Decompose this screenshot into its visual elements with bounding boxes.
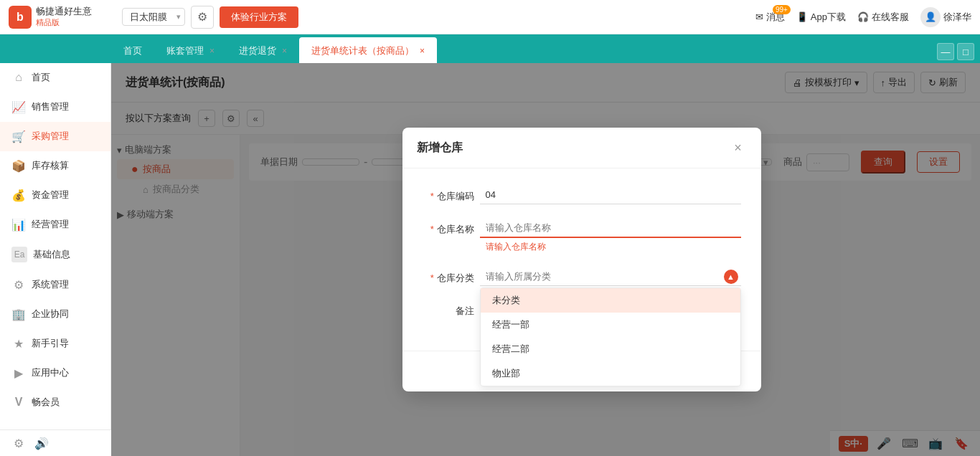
online-service-button[interactable]: 🎧 在线客服 [857,11,909,24]
sidebar-base-label: 基础信息 [33,248,70,261]
form-item-name: * 仓库名称 请输入仓库名称 [423,219,741,253]
dropdown-item-1[interactable]: 经营一部 [481,313,740,337]
sidebar-item-operation[interactable]: 📊 经营管理 [0,210,110,239]
sidebar-finance-label: 资金管理 [32,189,69,201]
sidebar-inventory-label: 库存核算 [32,159,69,172]
finance-icon: 💰 [11,188,26,202]
sidebar: ⌂ 首页 📈 销售管理 🛒 采购管理 📦 库存核算 💰 资金管理 📊 经营管理 … [0,63,111,456]
dropdown-item-3[interactable]: 物业部 [481,361,740,386]
category-label: * 仓库分类 [423,267,480,285]
content-area: 进货单统计(按商品) 🖨 按模板打印 ▾ ↑ 导出 ↻ 刷新 按以下方案查询 [111,63,980,456]
purchase-icon: 🛒 [11,129,26,143]
avatar: 👤 [920,7,941,27]
home-icon: ⌂ [11,70,26,85]
settings-gear-button[interactable]: ⚙ [191,6,214,29]
tab-account[interactable]: 账套管理 × [154,37,227,63]
sidebar-enterprise-label: 企业协同 [32,308,69,320]
user-profile-button[interactable]: 👤 徐泽华 [920,7,971,27]
sidebar-item-enterprise[interactable]: 🏢 企业协同 [0,300,110,329]
tab-purchase-return-label: 进货退货 [239,44,276,57]
sidebar-footer: ⚙ 🔊 [0,429,111,456]
header-right: ✉ 消息 99+ 📱 App下载 🎧 在线客服 👤 徐泽华 [755,7,971,27]
tab-controls: — □ [931,43,980,63]
tab-purchase-return-close[interactable]: × [282,46,287,56]
apps-icon: ▶ [11,366,26,380]
category-dropdown: 未分类 经营一部 经营二部 物业部 [480,288,741,386]
modal-body: * 仓库编码 * 仓库名称 请输入仓库名称 [402,168,761,351]
sidebar-apps-label: 应用中心 [32,366,69,379]
sidebar-item-purchase[interactable]: 🛒 采购管理 [0,122,110,151]
sidebar-item-vip[interactable]: V 畅会员 [0,388,110,417]
main-layout: ⌂ 首页 📈 销售管理 🛒 采购管理 📦 库存核算 💰 资金管理 📊 经营管理 … [0,63,980,456]
sidebar-sales-label: 销售管理 [32,100,69,113]
guide-icon: ★ [11,336,26,351]
name-error-msg: 请输入仓库名称 [480,241,546,253]
sidebar-item-system[interactable]: ⚙ 系统管理 [0,270,110,300]
modal-title: 新增仓库 [417,141,463,156]
username-label: 徐泽华 [943,11,971,24]
sound-icon[interactable]: 🔊 [34,436,49,450]
sidebar-item-guide[interactable]: ★ 新手引导 [0,329,110,358]
dropdown-item-0[interactable]: 未分类 [481,288,740,313]
tab-purchase-stats[interactable]: 进货单统计表（按商品） × [299,37,437,63]
message-button[interactable]: ✉ 消息 99+ [755,11,785,24]
name-input[interactable] [480,219,741,238]
enterprise-icon: 🏢 [11,307,26,321]
tab-purchase-return[interactable]: 进货退货 × [227,37,299,63]
sidebar-purchase-label: 采购管理 [32,130,69,143]
modal-header: 新增仓库 × [402,128,761,168]
message-badge: 99+ [773,5,791,14]
base-icon: Ea [11,247,27,262]
tab-minimize-button[interactable]: — [937,43,954,60]
nav-tabs-bar: 首页 账套管理 × 进货退货 × 进货单统计表（按商品） × — □ [0,34,980,63]
sidebar-item-home[interactable]: ⌂ 首页 [0,63,110,92]
sidebar-item-finance[interactable]: 💰 资金管理 [0,181,110,210]
tab-purchase-stats-close[interactable]: × [420,46,425,56]
sidebar-item-base[interactable]: Ea 基础信息 [0,239,110,270]
vip-icon: V [11,395,26,409]
online-service-label: 在线客服 [872,11,909,24]
tab-account-label: 账套管理 [166,44,204,57]
system-icon: ⚙ [11,277,26,292]
mobile-icon: 📱 [796,11,808,22]
new-warehouse-modal: 新增仓库 × * 仓库编码 * 仓库名称 [402,128,761,391]
top-header: b 畅捷通好生意 精品版 日太阳膜 ⚙ 体验行业方案 ✉ 消息 99+ 📱 Ap… [0,0,980,34]
form-item-code: * 仓库编码 [423,186,741,204]
app-logo: b [9,6,32,29]
sidebar-item-apps[interactable]: ▶ 应用中心 [0,358,110,388]
sidebar-guide-label: 新手引导 [32,337,69,350]
sidebar-home-label: 首页 [32,71,50,84]
sidebar-vip-label: 畅会员 [32,396,60,409]
store-select[interactable]: 日太阳膜 [122,8,185,26]
operation-icon: 📊 [11,217,26,232]
tab-purchase-stats-label: 进货单统计表（按商品） [311,44,414,57]
modal-close-button[interactable]: × [730,139,747,156]
sidebar-item-sales[interactable]: 📈 销售管理 [0,92,110,122]
tab-account-close[interactable]: × [209,46,215,56]
category-dropdown-toggle[interactable]: ▲ [724,270,738,284]
tab-home-label: 首页 [123,44,142,57]
message-icon: ✉ [755,11,763,22]
category-input-wrapper: ▲ 未分类 经营一部 经营二部 物业部 [480,267,741,286]
inventory-icon: 📦 [11,158,26,173]
app-download-label: App下载 [811,11,846,24]
code-input[interactable] [480,186,741,204]
store-selector[interactable]: 日太阳膜 [122,8,185,26]
dropdown-item-2[interactable]: 经营二部 [481,337,740,361]
trial-industry-button[interactable]: 体验行业方案 [220,6,298,28]
category-input[interactable] [480,267,741,286]
remark-label: 备注 [423,300,480,318]
sidebar-item-inventory[interactable]: 📦 库存核算 [0,151,110,181]
app-download-button[interactable]: 📱 App下载 [796,11,846,24]
sales-icon: 📈 [11,100,26,114]
sidebar-operation-label: 经营管理 [32,218,69,231]
code-label: * 仓库编码 [423,186,480,203]
logo-area: b 畅捷通好生意 精品版 [9,6,116,29]
form-item-category: * 仓库分类 ▲ 未分类 经营一部 经营二部 物业部 [423,267,741,286]
tab-maximize-button[interactable]: □ [957,43,974,60]
sidebar-system-label: 系统管理 [32,278,69,291]
settings-bottom-icon[interactable]: ⚙ [11,436,26,450]
tab-home[interactable]: 首页 [111,37,154,63]
gear-icon: ⚙ [197,10,207,24]
app-name-text: 畅捷通好生意 精品版 [36,6,92,29]
